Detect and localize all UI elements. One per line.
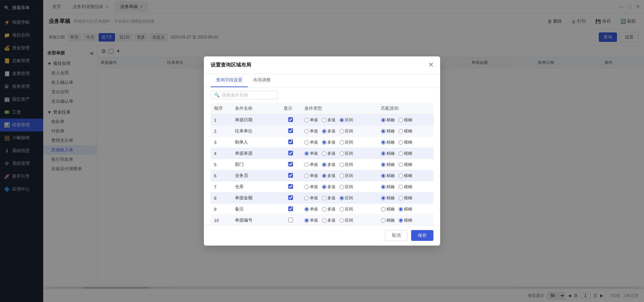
radio-condition-多值-3[interactable]: 多值 — [322, 140, 336, 145]
radio-match-精确-10[interactable]: 精确 — [381, 218, 395, 223]
cancel-button[interactable]: 取消 — [385, 230, 408, 241]
radio-condition-区间-4[interactable]: 区间 — [340, 151, 353, 156]
radio-condition-单值-5[interactable]: 单值 — [304, 162, 318, 168]
checkbox-display-2[interactable] — [288, 128, 293, 133]
cell-display-10[interactable] — [280, 215, 301, 225]
radio-condition-多值-8[interactable]: 多值 — [322, 195, 336, 201]
checkbox-display-4[interactable] — [288, 151, 293, 155]
radio-match-模糊-7[interactable]: 模糊 — [399, 184, 412, 190]
cell-display-6[interactable] — [280, 170, 301, 181]
dialog-table: 顺序 条件名称 显示 条件类型 匹配原则 1 单据日期 单值 — [211, 103, 433, 225]
tab-field-settings[interactable]: 查询字段设置 — [211, 74, 248, 87]
dialog-row-8: 8 单据金额 单值 多值 区间 精确 — [211, 193, 433, 204]
radio-match-模糊-2[interactable]: 模糊 — [399, 128, 412, 134]
cell-name-3: 制单人 — [232, 137, 280, 148]
radio-condition-单值-8[interactable]: 单值 — [304, 195, 318, 201]
radio-condition-区间-8[interactable]: 区间 — [340, 195, 353, 201]
checkbox-display-1[interactable] — [288, 117, 293, 122]
checkbox-display-10[interactable] — [288, 218, 293, 222]
radio-match-精确-3[interactable]: 精确 — [381, 140, 395, 145]
cell-name-6: 业务员 — [232, 170, 280, 181]
radio-condition-单值-7[interactable]: 单值 — [304, 184, 318, 190]
radio-match-精确-2[interactable]: 精确 — [381, 128, 395, 134]
radio-condition-区间-2[interactable]: 区间 — [340, 128, 353, 134]
dialog-row-3: 3 制单人 单值 多值 区间 精确 — [211, 137, 433, 148]
cell-display-9[interactable] — [280, 204, 301, 215]
checkbox-display-5[interactable] — [288, 162, 293, 167]
dialog-row-6: 6 业务员 单值 多值 区间 精确 — [211, 170, 433, 181]
radio-condition-多值-2[interactable]: 多值 — [322, 128, 336, 134]
radio-condition-单值-2[interactable]: 单值 — [304, 128, 318, 134]
cell-condition-6: 单值 多值 区间 — [301, 170, 378, 181]
radio-match-模糊-5[interactable]: 模糊 — [399, 162, 412, 168]
radio-condition-区间-3[interactable]: 区间 — [340, 140, 353, 145]
radio-match-精确-8[interactable]: 精确 — [381, 195, 395, 201]
search-icon: 🔍 — [214, 93, 220, 98]
cell-display-5[interactable] — [280, 159, 301, 170]
radio-match-精确-5[interactable]: 精确 — [381, 162, 395, 168]
radio-match-模糊-4[interactable]: 模糊 — [399, 151, 412, 156]
radio-condition-单值-6[interactable]: 单值 — [304, 173, 318, 179]
checkbox-display-7[interactable] — [288, 184, 293, 189]
search-box: 🔍 — [211, 91, 278, 99]
radio-match-模糊-1[interactable]: 模糊 — [399, 117, 412, 123]
radio-match-精确-4[interactable]: 精确 — [381, 151, 395, 156]
radio-match-精确-6[interactable]: 精确 — [381, 173, 395, 179]
radio-match-模糊-3[interactable]: 模糊 — [399, 140, 412, 145]
radio-condition-单值-3[interactable]: 单值 — [304, 140, 318, 145]
radio-condition-区间-1[interactable]: 区间 — [340, 117, 353, 123]
checkbox-display-6[interactable] — [288, 173, 293, 178]
checkbox-display-9[interactable] — [288, 206, 293, 211]
dialog-footer: 取消 保存 — [204, 225, 440, 246]
radio-match-模糊-10[interactable]: 模糊 — [399, 218, 412, 223]
radio-match-精确-7[interactable]: 精确 — [381, 184, 395, 190]
col-name: 条件名称 — [232, 103, 280, 115]
radio-condition-多值-7[interactable]: 多值 — [322, 184, 336, 190]
radio-condition-多值-10[interactable]: 多值 — [322, 218, 336, 223]
dialog-close-button[interactable]: ✕ — [428, 61, 433, 69]
radio-match-精确-9[interactable]: 精确 — [381, 206, 395, 212]
radio-match-精确-1[interactable]: 精确 — [381, 117, 395, 123]
cell-display-3[interactable] — [280, 137, 301, 148]
radio-match-模糊-6[interactable]: 模糊 — [399, 173, 412, 179]
cell-match-10: 精确 模糊 — [378, 215, 433, 225]
checkbox-display-3[interactable] — [288, 140, 293, 144]
radio-condition-多值-9[interactable]: 多值 — [322, 206, 336, 212]
search-input[interactable] — [222, 93, 272, 98]
dialog-title: 设置查询区域布局 — [211, 62, 251, 68]
radio-condition-区间-9[interactable]: 区间 — [340, 206, 353, 212]
radio-match-模糊-9[interactable]: 模糊 — [399, 206, 412, 212]
radio-condition-区间-6[interactable]: 区间 — [340, 173, 353, 179]
radio-condition-多值-6[interactable]: 多值 — [322, 173, 336, 179]
tab-layout-settings[interactable]: 布局调整 — [248, 74, 276, 87]
cell-display-2[interactable] — [280, 126, 301, 137]
radio-condition-多值-4[interactable]: 多值 — [322, 151, 336, 156]
cell-display-8[interactable] — [280, 193, 301, 204]
cell-order-10: 10 — [211, 215, 232, 225]
radio-condition-单值-1[interactable]: 单值 — [304, 117, 318, 123]
cell-name-9: 备注 — [232, 204, 280, 215]
cell-order-2: 2 — [211, 126, 232, 137]
radio-condition-区间-5[interactable]: 区间 — [340, 162, 353, 168]
save-dialog-button[interactable]: 保存 — [411, 230, 433, 241]
radio-condition-单值-10[interactable]: 单值 — [304, 218, 318, 223]
cell-display-7[interactable] — [280, 181, 301, 193]
cell-display-4[interactable] — [280, 148, 301, 159]
cell-match-1: 精确 模糊 — [378, 115, 433, 126]
checkbox-display-8[interactable] — [288, 195, 293, 200]
cell-display-1[interactable] — [280, 115, 301, 126]
col-order: 顺序 — [211, 103, 232, 115]
radio-match-模糊-8[interactable]: 模糊 — [399, 195, 412, 201]
radio-condition-多值-5[interactable]: 多值 — [322, 162, 336, 168]
dialog-tabs: 查询字段设置 布局调整 — [204, 74, 440, 87]
radio-condition-单值-4[interactable]: 单值 — [304, 151, 318, 156]
radio-condition-区间-7[interactable]: 区间 — [340, 184, 353, 190]
dialog-search-area: 🔍 — [204, 87, 440, 103]
radio-condition-单值-9[interactable]: 单值 — [304, 206, 318, 212]
radio-condition-区间-10[interactable]: 区间 — [340, 218, 353, 223]
cell-name-5: 部门 — [232, 159, 280, 170]
cell-condition-10: 单值 多值 区间 — [301, 215, 378, 225]
cell-match-2: 精确 模糊 — [378, 126, 433, 137]
radio-condition-多值-1[interactable]: 多值 — [322, 117, 336, 123]
dialog-overlay: 设置查询区域布局 ✕ 查询字段设置 布局调整 🔍 顺序 — [0, 0, 644, 302]
